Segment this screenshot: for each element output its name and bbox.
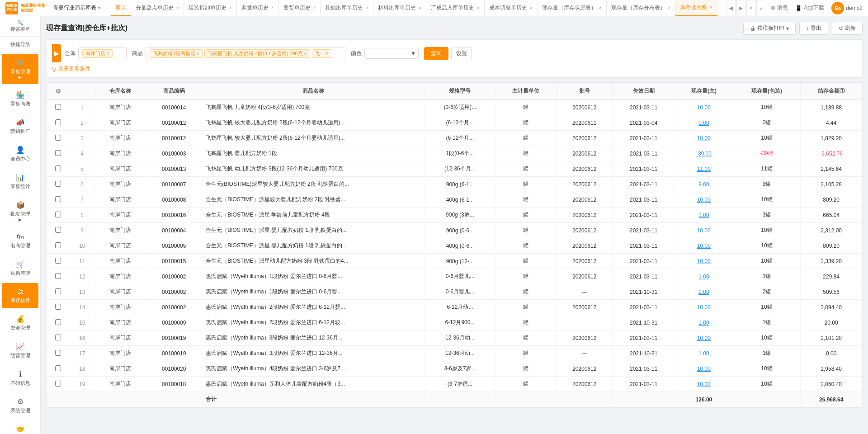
row-checkbox[interactable] — [55, 150, 61, 156]
tab-close[interactable]: × — [176, 5, 179, 10]
gear-icon[interactable]: ⚙ — [55, 88, 61, 95]
row-checkbox[interactable] — [55, 181, 61, 187]
row-check[interactable] — [47, 146, 70, 161]
row-check[interactable] — [47, 346, 70, 361]
row-qty-main[interactable]: 10.00 — [675, 377, 733, 392]
user-area[interactable]: Ea demo2 — [831, 2, 863, 14]
row-checkbox[interactable] — [55, 381, 61, 387]
sidebar-item-inventory[interactable]: 🗂 库存核算 — [2, 283, 38, 308]
sidebar-item-marketing[interactable]: 📣 营销推广 — [2, 113, 38, 139]
row-qty-main[interactable]: 3.00 — [675, 208, 733, 223]
export-btn[interactable]: ↓ 导出 — [799, 22, 828, 35]
tab-5[interactable]: 其他出库单历史 × — [321, 0, 373, 16]
sidebar-item-finance[interactable]: 💰 资金管理 — [2, 310, 38, 336]
row-check[interactable] — [47, 131, 70, 146]
tab-close[interactable]: × — [229, 5, 232, 10]
sidebar-item-wholesale[interactable]: 📦 批发管理 ▶ — [2, 196, 38, 226]
row-checkbox[interactable] — [55, 335, 61, 340]
tab-4[interactable]: 要货单历史 × — [279, 0, 321, 16]
row-check[interactable] — [47, 284, 70, 300]
row-qty-main[interactable]: 10.00 — [675, 300, 733, 315]
row-qty-main[interactable]: 10.00 — [675, 361, 733, 377]
row-qty-main[interactable]: 9.00 — [675, 177, 733, 192]
sidebar-item-retail-stats[interactable]: 📊 零售统计 — [2, 169, 38, 194]
product-tag-2-close[interactable]: × — [326, 51, 328, 56]
row-check[interactable] — [47, 300, 70, 315]
row-qty-main[interactable]: 1.00 — [675, 269, 733, 284]
row-checkbox[interactable] — [55, 227, 61, 233]
row-qty-main[interactable]: 10.00 — [675, 330, 733, 346]
app-download-btn[interactable]: 📱 App下载 — [795, 4, 824, 12]
tab-7[interactable]: 产成品入库单历史 × — [426, 0, 485, 16]
tab-close[interactable]: × — [419, 5, 421, 10]
row-checkbox[interactable] — [55, 104, 61, 110]
row-checkbox[interactable] — [55, 273, 61, 279]
row-check[interactable] — [47, 269, 70, 284]
row-check[interactable] — [47, 177, 70, 192]
tab-menu[interactable]: ≡ — [756, 0, 765, 16]
row-checkbox[interactable] — [55, 212, 61, 217]
tab-prev[interactable]: ◀ — [726, 0, 736, 16]
product-tag-0-close[interactable]: × — [197, 51, 199, 56]
settings-btn[interactable]: 设置 — [451, 47, 472, 60]
tab-close[interactable]: × — [477, 5, 480, 10]
sidebar-item-sys[interactable]: ⚙ 系统管理 — [2, 393, 38, 419]
row-checkbox[interactable] — [55, 242, 61, 248]
tab-close[interactable]: × — [530, 5, 533, 10]
tab-8[interactable]: 成本调整单历史 × — [485, 0, 538, 16]
filter-expand-btn[interactable]: ▶ — [52, 44, 61, 62]
color-dropdown-arrow[interactable]: ▾ — [412, 50, 415, 57]
messages-btn[interactable]: ✉ 消息 — [771, 4, 788, 12]
row-check[interactable] — [47, 208, 70, 223]
row-checkbox[interactable] — [55, 319, 61, 325]
row-checkbox[interactable] — [55, 304, 61, 310]
row-qty-main[interactable]: 10.00 — [675, 192, 733, 208]
row-check[interactable] — [47, 100, 70, 115]
sidebar-search[interactable]: 🔍 搜索菜单 — [0, 16, 40, 37]
tab-close[interactable]: × — [366, 5, 368, 10]
row-qty-main[interactable]: 10.00 — [675, 100, 733, 115]
row-check[interactable] — [47, 315, 70, 330]
warehouse-input[interactable]: 南岸门店 × ... — [78, 47, 127, 60]
row-check[interactable] — [47, 161, 70, 177]
row-qty-main[interactable]: -39.00 — [675, 146, 733, 161]
tab-1[interactable]: 分量盘点单历史 × — [131, 0, 184, 16]
row-qty-main[interactable]: 2.00 — [675, 284, 733, 300]
tab-9[interactable]: 现存量（库存状况表） × — [538, 0, 607, 16]
row-checkbox[interactable] — [55, 119, 61, 125]
tab-2[interactable]: 组装拆卸单历史 × — [184, 0, 237, 16]
tab-close-current[interactable]: × — [746, 0, 755, 16]
row-check[interactable] — [47, 223, 70, 238]
row-qty-main[interactable]: 10.00 — [675, 223, 733, 238]
row-check[interactable] — [47, 330, 70, 346]
row-checkbox[interactable] — [55, 258, 61, 264]
tab-close[interactable]: × — [271, 5, 274, 10]
dropdown-arrow[interactable]: ▾ — [98, 5, 100, 10]
sidebar-item-corp[interactable]: 🤝 企业协同 — [2, 420, 38, 434]
row-check[interactable] — [47, 115, 70, 131]
row-checkbox[interactable] — [55, 165, 61, 171]
sidebar-item-member[interactable]: 👤 会员中心 — [2, 141, 38, 167]
row-qty-main[interactable]: 10.00 — [675, 238, 733, 254]
sidebar-item-purchase[interactable]: 🛒 采购管理 — [2, 255, 38, 281]
filter-expand-link[interactable]: ⋁ 展开更多条件 — [52, 65, 857, 73]
row-qty-main[interactable]: 1.00 — [675, 346, 733, 361]
tab-11[interactable]: 库存批次账 × — [675, 0, 717, 16]
tab-6[interactable]: 材料出库单历史 × — [373, 0, 426, 16]
product-dots[interactable]: ... — [335, 50, 340, 57]
warehouse-dots[interactable]: ... — [116, 50, 121, 57]
row-check[interactable] — [47, 192, 70, 208]
tab-next[interactable]: ▶ — [736, 0, 745, 16]
tab-close[interactable]: × — [599, 5, 602, 10]
row-check[interactable] — [47, 238, 70, 254]
row-checkbox[interactable] — [55, 135, 61, 141]
tab-10[interactable]: 现存量（库存分布表） × — [607, 0, 676, 16]
sidebar-item-base[interactable]: ℹ 基础信息 — [2, 365, 38, 391]
row-qty-main[interactable]: 10.00 — [675, 131, 733, 146]
row-qty-main[interactable]: 10.00 — [675, 254, 733, 269]
color-input[interactable]: ▾ — [364, 48, 419, 59]
sidebar-item-retail[interactable]: 🛒 零售管理 ▶ — [2, 54, 38, 84]
row-checkbox[interactable] — [55, 365, 61, 371]
print-dropdown-arrow[interactable]: ▾ — [786, 25, 789, 32]
row-checkbox[interactable] — [55, 288, 61, 294]
